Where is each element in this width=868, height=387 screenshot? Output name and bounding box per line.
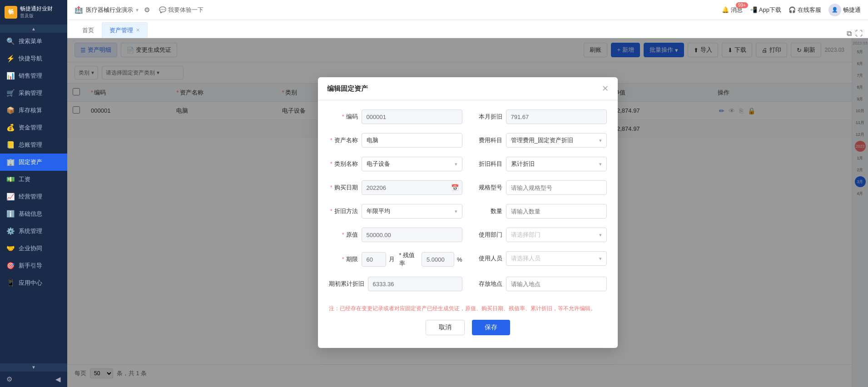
sidebar-scroll-up[interactable]: ▲ xyxy=(0,25,67,33)
sidebar-nav: 🔍 搜索菜单 ⚡ 快捷导航 📊 销售管理 🛒 采购管理 📦 库存核算 💰 资金管… xyxy=(0,33,67,363)
expense-account-select[interactable]: 管理费用_固定资产折旧 ▾ xyxy=(506,133,607,148)
form-field-expense-account: 费用科目 管理费用_固定资产折旧 ▾ xyxy=(473,133,607,148)
sidebar-item-ledger[interactable]: 📒 总账管理 xyxy=(0,136,67,154)
sidebar-item-sales[interactable]: 📊 销售管理 xyxy=(0,67,67,84)
tab-home[interactable]: 首页 xyxy=(74,22,102,38)
dep-method-select[interactable]: 年限平均 ▾ xyxy=(362,204,462,218)
sidebar-app-edition: 普及版 xyxy=(20,13,53,19)
sidebar-item-funds[interactable]: 💰 资金管理 xyxy=(0,119,67,136)
category-select[interactable]: 电子设备 ▾ xyxy=(362,157,462,171)
period-residual-wrap: 月 * 残值率 % xyxy=(362,251,462,268)
settings-icon[interactable]: ⚙ xyxy=(6,375,12,383)
sidebar-item-basic-info[interactable]: ℹ️ 基础信息 xyxy=(0,205,67,223)
person-placeholder: 请选择人员 xyxy=(511,254,541,263)
code-input[interactable] xyxy=(362,109,462,124)
sidebar-item-system[interactable]: ⚙️ 系统管理 xyxy=(0,223,67,240)
sidebar-item-quick-nav[interactable]: ⚡ 快捷导航 xyxy=(0,50,67,67)
sidebar-item-label: 资金管理 xyxy=(19,124,42,132)
modal-header: 编辑固定资产 ✕ xyxy=(318,77,618,100)
category-name-label: * 类别名称 xyxy=(329,160,358,168)
notifications-button[interactable]: 🔔 消息 99+ xyxy=(722,6,743,14)
asset-name-input[interactable] xyxy=(362,133,462,148)
sidebar-item-operations[interactable]: 📈 经营管理 xyxy=(0,188,67,205)
operations-icon: 📈 xyxy=(6,193,15,201)
purchase-icon: 🛒 xyxy=(6,89,15,97)
expense-account-value: 管理费用_固定资产折旧 xyxy=(511,136,573,144)
purchase-date-input[interactable] xyxy=(362,180,462,195)
monthly-dep-input[interactable] xyxy=(506,109,607,124)
sidebar-item-label: 经营管理 xyxy=(19,193,42,201)
form-field-spec: 规格型号 xyxy=(473,180,607,195)
location-input[interactable] xyxy=(506,277,607,291)
enterprise-icon: 🤝 xyxy=(6,244,15,253)
sidebar-scroll-down[interactable]: ▼ xyxy=(0,363,67,371)
user-menu[interactable]: 👤 畅捷通 xyxy=(828,4,861,16)
req-mark: * xyxy=(342,113,344,120)
dep-method-chevron-icon: ▾ xyxy=(455,208,457,214)
initial-dep-input[interactable] xyxy=(368,277,462,291)
sidebar-item-search[interactable]: 🔍 搜索菜单 xyxy=(0,33,67,50)
period-unit: 月 xyxy=(389,255,395,263)
feedback-link[interactable]: 💬 我要体验一下 xyxy=(159,6,203,14)
spec-input[interactable] xyxy=(506,180,607,195)
residual-rate-input[interactable] xyxy=(422,252,454,267)
form-field-asset-name: * 资产名称 xyxy=(329,133,462,148)
sidebar-item-label: 总账管理 xyxy=(19,141,42,149)
original-value-label: * 原值 xyxy=(329,231,358,239)
window-expand-icon[interactable]: ⛶ xyxy=(855,30,863,38)
modal-note: 注：已经存在变更记录或者对应固定资产已经生成凭证，原值、购买日期、残值率、累计折… xyxy=(329,300,607,314)
dep-method-value: 年限平均 xyxy=(367,207,390,215)
bell-icon: 🔔 xyxy=(722,6,729,13)
sidebar-header: 畅 畅捷通好业财 普及版 xyxy=(0,0,67,25)
online-service-button[interactable]: 🎧 在线客服 xyxy=(789,6,821,14)
payroll-icon: 💵 xyxy=(6,175,15,184)
sales-icon: 📊 xyxy=(6,72,15,80)
window-restore-icon[interactable]: ⧉ xyxy=(847,30,852,38)
period-input[interactable] xyxy=(362,252,386,267)
collapse-icon[interactable]: ◀ xyxy=(55,375,61,383)
app-download-button[interactable]: 📲 App下载 xyxy=(750,6,781,14)
residual-rate-label: * 残值率 xyxy=(399,251,417,268)
modal-body: * 编码 本月折旧 xyxy=(318,100,618,348)
form-field-dep-account: 折旧科目 累计折旧 ▾ xyxy=(473,157,607,171)
form-field-category: * 类别名称 电子设备 ▾ xyxy=(329,157,462,171)
department-chevron-icon: ▾ xyxy=(599,232,602,238)
spec-label: 规格型号 xyxy=(473,184,502,192)
sidebar-item-guide[interactable]: 🎯 新手引导 xyxy=(0,257,67,274)
sidebar-item-payroll[interactable]: 💵 工资 xyxy=(0,171,67,188)
dep-account-select[interactable]: 累计折旧 ▾ xyxy=(506,157,607,171)
topbar-settings-icon[interactable]: ⚙ xyxy=(144,6,150,14)
department-select[interactable]: 请选择部门 ▾ xyxy=(506,228,607,242)
main: 🏥 医疗器械行业演示 ▾ ⚙ 💬 我要体验一下 🔔 消息 99+ 📲 App下载… xyxy=(67,0,868,387)
cancel-button[interactable]: 取消 xyxy=(426,320,465,335)
monthly-dep-label: 本月折旧 xyxy=(473,113,502,121)
modal-close-icon[interactable]: ✕ xyxy=(602,84,609,94)
sidebar-item-app-center[interactable]: 📱 应用中心 xyxy=(0,274,67,292)
sidebar-item-purchase[interactable]: 🛒 采购管理 xyxy=(0,84,67,102)
save-button[interactable]: 保存 xyxy=(472,320,510,335)
tab-close-icon[interactable]: ✕ xyxy=(136,27,140,33)
form-row-2: * 资产名称 费用科目 管理费用_固定资产折旧 ▾ xyxy=(329,133,607,148)
notification-badge: 99+ xyxy=(736,2,748,8)
sidebar-item-fixed-assets[interactable]: 🏢 固定资产 xyxy=(0,154,67,171)
headset-icon: 🎧 xyxy=(789,6,796,13)
form-row-6: * 原值 使用部门 请选择部门 ▾ xyxy=(329,228,607,242)
company-selector[interactable]: 🏥 医疗器械行业演示 ▾ xyxy=(74,6,139,14)
quantity-input[interactable] xyxy=(506,204,607,218)
tab-asset-label: 资产管理 xyxy=(109,26,133,35)
sidebar-item-label: 应用中心 xyxy=(19,279,42,287)
avatar: 👤 xyxy=(828,4,841,16)
quick-nav-icon: ⚡ xyxy=(6,55,15,63)
feedback-icon: 💬 xyxy=(159,6,166,13)
username-label: 畅捷通 xyxy=(843,6,861,14)
calendar-icon[interactable]: 📅 xyxy=(451,184,459,191)
tab-asset-management[interactable]: 资产管理 ✕ xyxy=(102,22,148,38)
residual-rate-unit: % xyxy=(457,256,462,263)
sidebar-item-inventory[interactable]: 📦 库存核算 xyxy=(0,102,67,119)
sidebar-item-enterprise[interactable]: 🤝 企业协同 xyxy=(0,240,67,257)
person-chevron-icon: ▾ xyxy=(599,256,602,262)
person-select[interactable]: 请选择人员 ▾ xyxy=(506,251,607,266)
app-download-label: App下载 xyxy=(759,6,781,14)
form-field-location: 存放地点 xyxy=(473,277,607,291)
original-value-input[interactable] xyxy=(362,228,462,242)
